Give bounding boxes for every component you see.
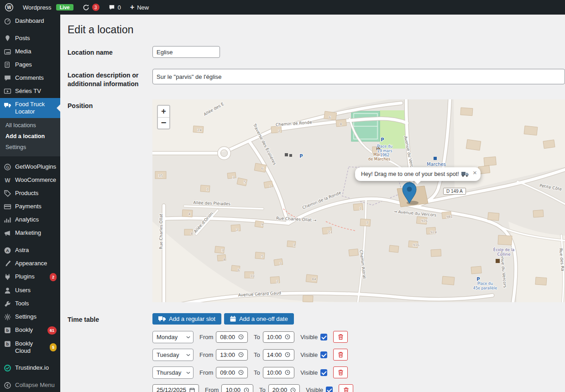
trustindex-icon <box>4 364 11 372</box>
from-time-input[interactable]: 09:00 <box>216 367 248 378</box>
count-badge: 61 <box>47 326 57 335</box>
sidebar-item-woocommerce[interactable]: WWooCommerce <box>0 174 60 187</box>
from-time-input[interactable]: 08:00 <box>216 331 248 343</box>
menu-separator <box>0 28 60 32</box>
house-number: 5 <box>244 180 246 184</box>
site-menu[interactable]: Wordpress Live <box>18 0 78 15</box>
sidebar-item-comments[interactable]: Comments <box>0 72 60 85</box>
visible-checkbox[interactable] <box>326 387 333 392</box>
sidebar-item-getwooplugins[interactable]: GGetWooPlugins <box>0 160 60 174</box>
day-select[interactable]: Thursday <box>152 366 194 379</box>
house-number: 3 <box>222 248 224 253</box>
wp-logo[interactable]: W <box>0 0 18 15</box>
position-label: Position <box>68 99 152 110</box>
marketing-icon <box>4 229 11 237</box>
delete-row-button[interactable] <box>339 384 353 392</box>
media-icon <box>4 48 11 56</box>
visible-checkbox[interactable] <box>320 334 327 340</box>
house-number: 924 <box>430 230 437 234</box>
sidebar-item-bookly-cloud[interactable]: bBookly Cloud$ <box>0 337 60 357</box>
sidebar-item-appearance[interactable]: Appearance <box>0 257 60 270</box>
sidebar-item-posts[interactable]: Posts <box>0 32 60 45</box>
popup-text: Hey! Drag me to one of your best spot! <box>361 171 459 177</box>
house-number: 4 <box>188 212 191 216</box>
sidebar-item-astra[interactable]: AAstra <box>0 244 60 257</box>
add-oneoff-date-button[interactable]: Add a one-off date <box>224 313 294 325</box>
day-select[interactable]: Monday <box>152 331 194 343</box>
house-number: 24 <box>197 128 202 132</box>
sidebar-item-bookly[interactable]: bBookly61 <box>0 324 60 337</box>
sidebar-submenu: All locationsAdd a locationSettings <box>0 118 60 156</box>
visible-checkbox[interactable] <box>320 369 327 376</box>
page-title: Edit a location <box>68 24 565 36</box>
new-menu[interactable]: + New <box>126 0 153 15</box>
timetable-rows: MondayFrom08:00To10:00VisibleTuesdayFrom… <box>152 331 565 392</box>
sidebar-item-tools[interactable]: Tools <box>0 297 60 310</box>
date-input[interactable]: 25/12/2025 <box>152 384 199 392</box>
from-label: From <box>205 387 219 392</box>
zoom-out-button[interactable]: − <box>158 117 169 129</box>
from-time-input[interactable]: 13:00 <box>216 349 248 361</box>
sidebar-item-marketing[interactable]: Marketing <box>0 227 60 240</box>
sidebar-subitem-add-a-location[interactable]: Add a location <box>0 131 60 142</box>
from-time-input[interactable]: 10:00 <box>221 384 253 392</box>
delete-row-button[interactable] <box>333 349 348 361</box>
sidebar-item-media[interactable]: Media <box>0 45 60 58</box>
trash-icon <box>343 387 349 392</box>
to-label: To <box>259 387 266 392</box>
zoom-control: + − <box>157 105 170 129</box>
to-time-input[interactable]: 20:00 <box>268 384 300 392</box>
to-time-input[interactable]: 10:00 <box>263 367 295 378</box>
parking-icon: P <box>381 137 384 142</box>
location-form: Location name Location description or ad… <box>68 46 565 392</box>
zoom-in-button[interactable]: + <box>158 106 169 117</box>
delete-row-button[interactable] <box>333 366 348 378</box>
sidebar-item-payments[interactable]: Payments <box>0 200 60 213</box>
house-number: 5 <box>262 254 264 258</box>
to-time-input[interactable]: 14:00 <box>263 349 295 361</box>
marker-popup: Hey! Drag me to one of your best spot! × <box>355 167 481 181</box>
comments-menu[interactable]: 0 <box>104 0 126 15</box>
comment-icon <box>109 4 115 10</box>
sidebar-item-users[interactable]: Users <box>0 284 60 297</box>
svg-text:W: W <box>5 177 10 184</box>
to-time-input[interactable]: 10:00 <box>263 331 295 343</box>
sidebar-subitem-all-locations[interactable]: All locations <box>0 120 60 131</box>
sidebar-item-settings[interactable]: Settings <box>0 310 60 324</box>
description-input[interactable] <box>152 69 565 84</box>
settings-icon <box>4 313 11 321</box>
sidebar-item-analytics[interactable]: Analytics <box>0 213 60 227</box>
house-number: 73 <box>328 230 332 234</box>
to-label: To <box>254 334 260 340</box>
map[interactable]: 6824263535174294385711062847371926924916… <box>152 99 565 302</box>
visible-label: Visible <box>300 351 318 358</box>
sidebar-subitem-settings[interactable]: Settings <box>0 142 60 153</box>
house-number: 1 <box>207 187 209 191</box>
sidebar-item-trustindex[interactable]: Trustindex.io <box>0 361 60 375</box>
count-badge: $ <box>50 343 57 351</box>
sidebar-item-series-tv[interactable]: Séries TV <box>0 85 60 98</box>
clock-icon <box>244 387 249 392</box>
delete-row-button[interactable] <box>333 331 348 343</box>
add-regular-slot-button[interactable]: Add a regular slot <box>152 313 221 325</box>
visible-checkbox[interactable] <box>320 351 327 358</box>
sidebar-item-food-truck-locator[interactable]: Food Truck Locator <box>0 98 60 118</box>
location-name-input[interactable] <box>152 46 220 58</box>
day-select[interactable]: Tuesday <box>152 349 194 361</box>
house-number: 7 <box>366 221 369 225</box>
updates-menu[interactable]: 3 <box>78 0 104 15</box>
sidebar-item-plugins[interactable]: Plugins2 <box>0 270 60 284</box>
updates-icon <box>83 4 89 11</box>
sidebar-item-pages[interactable]: Pages <box>0 58 60 72</box>
clock-icon <box>238 370 244 375</box>
timetable-row: TuesdayFrom13:00To14:00Visible <box>152 349 565 361</box>
house-number: 9 <box>262 222 264 227</box>
analytics-icon <box>4 216 11 224</box>
sidebar-item-products[interactable]: Products <box>0 187 60 200</box>
visible-label: Visible <box>300 334 318 340</box>
sidebar-item-collapse[interactable]: Collapse Menu <box>0 379 60 392</box>
popup-close-button[interactable]: × <box>473 169 477 176</box>
clock-icon <box>285 352 290 357</box>
place-label: Marches <box>427 162 446 167</box>
sidebar-item-dashboard[interactable]: Dashboard <box>0 15 60 28</box>
